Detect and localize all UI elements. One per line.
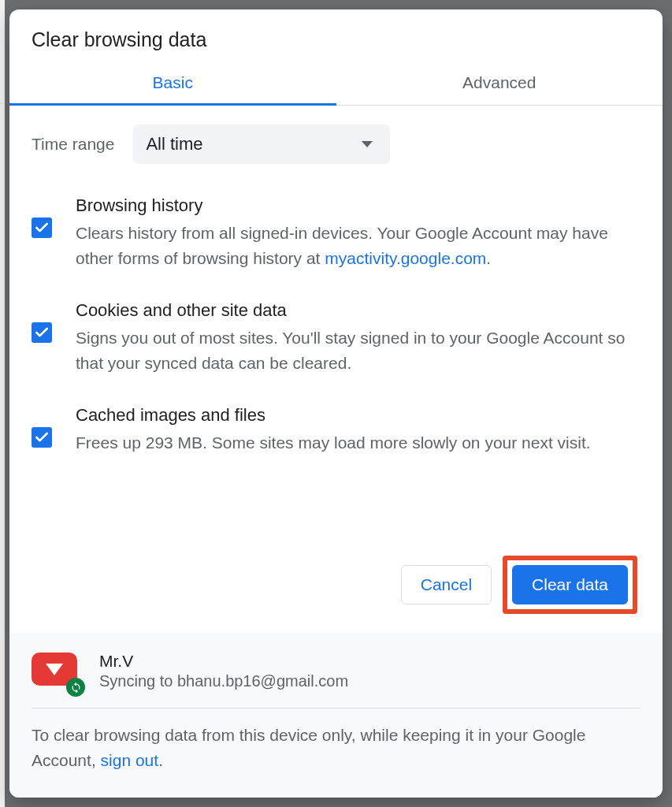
account-row: Mr.V Syncing to bhanu.bp16@gmail.com	[32, 652, 640, 690]
syncing-prefix: Syncing to	[99, 672, 177, 690]
tab-advanced[interactable]: Advanced	[336, 59, 663, 105]
tab-advanced-label: Advanced	[462, 73, 536, 91]
time-range-row: Time range All time	[32, 125, 640, 164]
sync-badge-icon	[66, 678, 85, 697]
footer-note: To clear browsing data from this device …	[32, 723, 640, 774]
annotation-highlight: Clear data	[503, 556, 637, 614]
option-title-cookies: Cookies and other site data	[76, 300, 640, 321]
checkbox-cookies[interactable]	[32, 322, 52, 343]
time-range-label: Time range	[32, 135, 114, 154]
time-range-select[interactable]: All time	[133, 125, 390, 164]
dialog-footer: Mr.V Syncing to bhanu.bp16@gmail.com To …	[9, 633, 663, 798]
desc-part-b: .	[486, 249, 491, 267]
option-title-cache: Cached images and files	[76, 405, 640, 426]
option-browsing-history: Browsing history Clears history from all…	[32, 195, 640, 270]
clear-data-button[interactable]: Clear data	[512, 565, 628, 604]
option-desc-cookies: Signs you out of most sites. You'll stay…	[76, 325, 640, 375]
time-range-value: All time	[146, 134, 202, 154]
play-triangle-icon	[46, 664, 63, 675]
sync-arrows-icon	[70, 682, 82, 694]
clear-browsing-data-dialog: Clear browsing data Basic Advanced Time …	[9, 9, 663, 798]
chevron-down-icon	[362, 141, 373, 147]
sign-out-link[interactable]: sign out	[101, 751, 159, 769]
check-icon	[34, 430, 50, 445]
myactivity-link[interactable]: myactivity.google.com	[325, 249, 486, 267]
option-text: Browsing history Clears history from all…	[76, 195, 640, 270]
option-title-browsing: Browsing history	[76, 195, 640, 216]
bg-strip	[0, 0, 5, 807]
option-text: Cached images and files Frees up 293 MB.…	[76, 405, 640, 456]
option-text: Cookies and other site data Signs you ou…	[76, 300, 640, 375]
cancel-button-label: Cancel	[421, 575, 472, 593]
dialog-title: Clear browsing data	[9, 9, 663, 59]
option-cache: Cached images and files Frees up 293 MB.…	[32, 405, 640, 456]
spacer	[32, 485, 640, 556]
account-name: Mr.V	[99, 652, 348, 671]
option-desc-cache: Frees up 293 MB. Some sites may load mor…	[76, 430, 640, 456]
option-desc-browsing: Clears history from all signed-in device…	[76, 221, 640, 270]
tab-basic-label: Basic	[153, 73, 193, 91]
clear-data-button-label: Clear data	[532, 575, 608, 593]
footer-note-b: .	[158, 751, 163, 769]
checkbox-cache[interactable]	[32, 427, 52, 448]
dialog-body: Time range All time Browsing history Cle…	[9, 106, 663, 633]
cancel-button[interactable]: Cancel	[401, 565, 492, 604]
dialog-button-row: Cancel Clear data	[32, 556, 640, 633]
footer-divider	[32, 708, 640, 708]
account-info: Mr.V Syncing to bhanu.bp16@gmail.com	[99, 652, 348, 690]
avatar	[32, 653, 80, 689]
check-icon	[34, 325, 50, 340]
tab-basic[interactable]: Basic	[9, 59, 336, 105]
account-sync-status: Syncing to bhanu.bp16@gmail.com	[99, 672, 348, 690]
checkbox-browsing-history[interactable]	[32, 218, 52, 238]
option-cookies: Cookies and other site data Signs you ou…	[32, 300, 640, 375]
check-icon	[34, 220, 50, 236]
account-email: bhanu.bp16@gmail.com	[177, 672, 348, 690]
tab-bar: Basic Advanced	[9, 59, 663, 106]
